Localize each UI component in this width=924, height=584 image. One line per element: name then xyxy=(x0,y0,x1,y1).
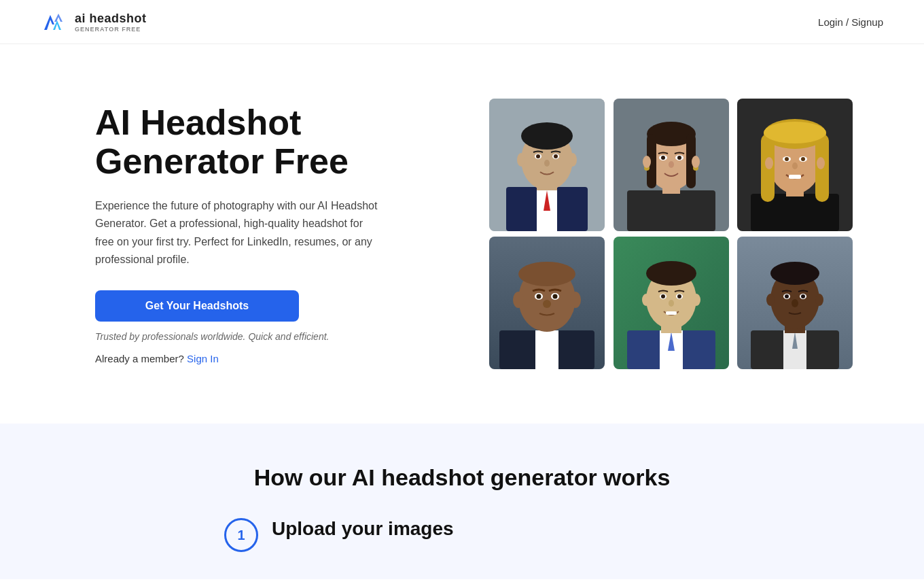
login-signup-link[interactable]: Login / Signup xyxy=(818,16,883,28)
svg-point-42 xyxy=(765,157,773,169)
headshot-3 xyxy=(737,99,853,231)
how-step-1: 1 Upload your images xyxy=(224,518,700,552)
headshot-4 xyxy=(489,237,605,369)
member-prefix: Already a member? xyxy=(95,353,184,364)
hero-left: AI Headshot Generator Free Experience th… xyxy=(95,103,380,365)
svg-point-46 xyxy=(785,157,789,161)
svg-point-75 xyxy=(669,300,674,307)
svg-rect-76 xyxy=(666,311,677,315)
svg-point-56 xyxy=(570,292,581,308)
svg-point-41 xyxy=(764,122,826,143)
how-title: How our AI headshot generator works xyxy=(41,464,883,491)
logo-icon xyxy=(41,8,68,35)
svg-rect-19 xyxy=(627,190,715,231)
svg-point-84 xyxy=(766,294,775,306)
svg-point-32 xyxy=(677,156,681,160)
svg-point-73 xyxy=(661,294,665,298)
hero-section: AI Headshot Generator Free Experience th… xyxy=(0,44,924,424)
headshot-grid xyxy=(489,99,856,369)
logo-subtitle: GENERATOR FREE xyxy=(75,26,147,33)
svg-point-43 xyxy=(817,157,825,169)
hero-right xyxy=(489,99,856,369)
headshot-6 xyxy=(737,237,853,369)
svg-point-74 xyxy=(677,294,681,298)
how-section: How our AI headshot generator works 1 Up… xyxy=(0,424,924,579)
svg-point-61 xyxy=(543,300,551,308)
svg-point-48 xyxy=(792,162,798,169)
svg-point-90 xyxy=(792,299,798,307)
svg-point-69 xyxy=(642,294,650,306)
headshot-5 xyxy=(614,237,729,369)
svg-point-85 xyxy=(815,294,823,306)
svg-point-33 xyxy=(669,161,674,168)
sign-in-link[interactable]: Sign In xyxy=(187,353,219,364)
svg-point-15 xyxy=(536,154,540,158)
svg-point-11 xyxy=(517,153,525,167)
step-1-number: 1 xyxy=(224,518,258,552)
get-headshots-button[interactable]: Get Your Headshots xyxy=(95,290,299,322)
logo-title: ai headshot xyxy=(75,12,147,26)
svg-point-70 xyxy=(692,294,700,306)
svg-point-47 xyxy=(801,157,805,161)
svg-point-28 xyxy=(692,156,700,168)
logo[interactable]: ai headshot GENERATOR FREE xyxy=(41,8,147,35)
svg-point-12 xyxy=(569,153,577,167)
svg-point-55 xyxy=(513,292,524,308)
step-1-title: Upload your images xyxy=(272,518,454,540)
svg-point-88 xyxy=(785,294,789,298)
svg-rect-49 xyxy=(789,175,801,179)
hero-title: AI Headshot Generator Free xyxy=(95,103,380,181)
svg-point-54 xyxy=(518,262,575,286)
svg-rect-52 xyxy=(535,330,558,369)
svg-point-16 xyxy=(554,154,558,158)
svg-point-59 xyxy=(537,294,541,299)
hero-description: Experience the future of photography wit… xyxy=(95,197,380,269)
svg-point-10 xyxy=(521,122,573,150)
member-text: Already a member? Sign In xyxy=(95,353,380,364)
svg-point-60 xyxy=(553,294,558,299)
headshot-2 xyxy=(614,99,729,231)
navbar: ai headshot GENERATOR FREE Login / Signu… xyxy=(0,0,924,44)
trusted-text: Trusted by professionals worldwide. Quic… xyxy=(95,331,380,342)
svg-point-27 xyxy=(643,156,651,168)
svg-point-68 xyxy=(646,261,696,286)
svg-point-83 xyxy=(770,262,819,285)
svg-point-31 xyxy=(661,156,665,160)
svg-point-17 xyxy=(544,160,550,167)
headshot-1 xyxy=(489,99,605,231)
svg-point-89 xyxy=(801,294,805,298)
